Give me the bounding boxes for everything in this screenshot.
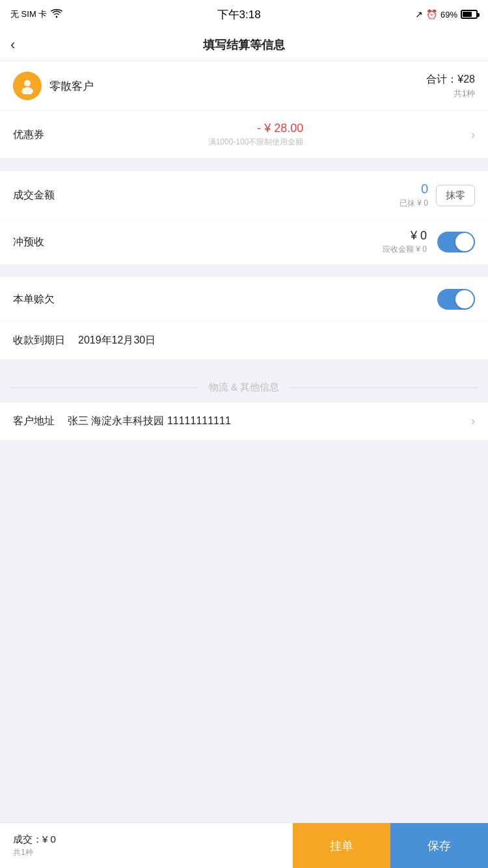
debt-section: 本单赊欠 收款到期日 2019年12月30日 [0,277,488,359]
customer-left: 零散客户 [13,72,94,100]
advance-toggle[interactable] [437,232,475,252]
nav-bar: ‹ 填写结算等信息 [0,29,488,61]
coupon-row[interactable]: 优惠券 - ¥ 28.00 满1000-100不限制使用金额 › [0,111,488,158]
deal-amount-sub: 已抹 ¥ 0 [400,198,428,209]
page-title: 填写结算等信息 [203,37,285,53]
customer-name: 零散客户 [49,79,94,94]
coupon-chevron-icon: › [471,128,475,142]
customer-section: 零散客户 合计：¥28 共1种 优惠券 - ¥ 28.00 满1000-100不… [0,61,488,158]
status-left: 无 SIM 卡 [10,8,62,20]
battery-text: 69% [441,10,457,20]
advance-row: 冲预收 ¥ 0 应收金额 ¥ 0 [0,220,488,264]
logistics-section: 物流 & 其他信息 [0,372,488,403]
debt-row: 本单赊欠 [0,277,488,321]
address-label: 客户地址 [13,414,55,428]
logistics-line-left [10,387,198,388]
avatar [13,72,42,100]
svg-point-1 [21,87,33,94]
deal-amount-row: 成交金额 0 已抹 ¥ 0 抹零 [0,171,488,220]
round-off-button[interactable]: 抹零 [436,185,475,206]
address-row[interactable]: 客户地址 张三 海淀永丰科技园 11111111111 › [0,403,488,440]
status-right: ↗ ⏰ 69% [415,9,478,20]
back-button[interactable]: ‹ [10,36,15,53]
bottom-deal-amount: 成交：¥ 0 [13,834,280,846]
separator-4 [0,440,488,446]
empty-space [0,446,488,576]
debt-toggle[interactable] [437,289,475,310]
logistics-label: 物流 & 其他信息 [209,381,279,394]
bottom-info: 成交：¥ 0 共1种 [0,823,293,868]
battery-icon [461,10,478,19]
pending-button[interactable]: 挂单 [293,823,390,868]
advance-right: ¥ 0 应收金额 ¥ 0 [383,229,475,255]
customer-row: 零散客户 合计：¥28 共1种 [0,61,488,111]
debt-label: 本单赊欠 [13,293,55,306]
total-count: 共1种 [426,88,475,100]
logistics-line-right [290,387,478,388]
advance-toggle-knob [455,233,474,251]
advance-sub: 应收金额 ¥ 0 [383,244,427,255]
due-date-row: 收款到期日 2019年12月30日 [0,321,488,359]
svg-point-0 [24,80,31,87]
coupon-right: - ¥ 28.00 满1000-100不限制使用金额 [208,122,304,148]
alarm-icon: ⏰ [426,9,437,20]
due-date-label: 收款到期日 [13,334,65,347]
advance-label: 冲预收 [13,236,44,249]
address-chevron-icon: › [471,414,475,428]
status-time: 下午3:18 [217,7,261,22]
deal-section: 成交金额 0 已抹 ¥ 0 抹零 冲预收 ¥ 0 应收金额 ¥ 0 [0,171,488,264]
deal-amount-area: 0 已抹 ¥ 0 [400,182,428,209]
separator-3 [0,366,488,372]
coupon-label: 优惠券 [13,128,44,142]
deal-amount-right: 0 已抹 ¥ 0 抹零 [400,182,475,209]
debt-toggle-knob [455,290,474,308]
bottom-count: 共1种 [13,847,280,858]
status-bar: 无 SIM 卡 下午3:18 ↗ ⏰ 69% [0,0,488,29]
deal-amount-label: 成交金额 [13,189,55,202]
advance-amount: ¥ 0 应收金额 ¥ 0 [383,229,427,255]
bottom-deal-value: ¥ 0 [42,834,56,845]
total-amount: 合计：¥28 [426,73,475,87]
save-button[interactable]: 保存 [390,823,488,868]
separator-2 [0,271,488,277]
carrier-text: 无 SIM 卡 [10,8,47,20]
deal-amount-value[interactable]: 0 [400,182,428,197]
coupon-discount: - ¥ 28.00 [208,122,304,135]
bottom-deal-label: 成交： [13,834,42,845]
coupon-description: 满1000-100不限制使用金额 [208,137,304,148]
advance-value: ¥ 0 [383,229,427,243]
address-value: 张三 海淀永丰科技园 11111111111 [68,414,471,428]
customer-total: 合计：¥28 共1种 [426,73,475,100]
separator-1 [0,165,488,171]
due-date-value[interactable]: 2019年12月30日 [78,334,156,347]
location-icon: ↗ [415,9,423,20]
wifi-icon [51,9,62,20]
bottom-bar: 成交：¥ 0 共1种 挂单 保存 [0,822,488,868]
